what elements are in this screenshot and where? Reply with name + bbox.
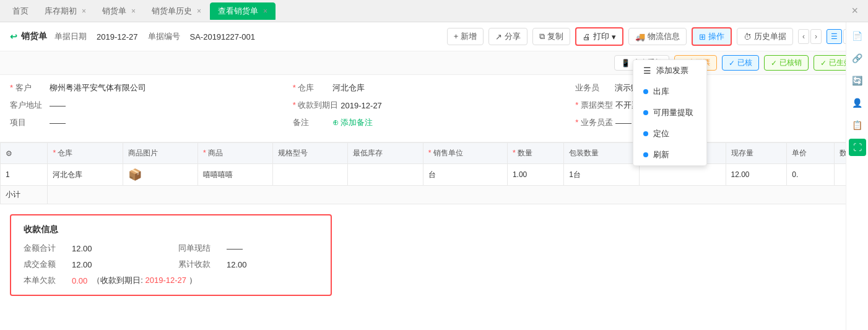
form-row-1: 客户 柳州粤港平安气体有限公司 仓库 河北仓库 业务员 演示账号 (10, 82, 858, 93)
dropdown-outbound[interactable]: 出库 (633, 81, 706, 102)
print-dropdown-icon: ▾ (612, 32, 616, 41)
add-invoice-label: 添加发票 (656, 65, 688, 76)
add-note-button[interactable]: ⊕ 添加备注 (332, 117, 373, 128)
dropdown-available-pickup[interactable]: 可用量提取 (633, 102, 706, 123)
available-pickup-label: 可用量提取 (653, 107, 693, 118)
next-button[interactable]: › (810, 29, 822, 44)
tab-sales-order[interactable]: 销货单 × (95, 2, 143, 20)
tab-view-sales[interactable]: 查看销货单 × (210, 2, 276, 20)
number-value: SA-20191227-001 (190, 32, 256, 41)
sidebar-icon-expand[interactable]: ⛶ (849, 139, 866, 156)
tab-view-sales-label: 查看销货单 (218, 6, 258, 17)
same-order-value: —— (227, 244, 243, 253)
total-value: 12.00 (72, 244, 92, 253)
sidebar-icon-user[interactable]: 👤 (849, 94, 866, 111)
form-row-3: 项目 —— 备注 ⊕ 添加备注 业务员孟 —— (10, 117, 858, 128)
cell-product: 嘻嘻嘻嘻 (197, 164, 272, 186)
refresh-label: 刷新 (653, 149, 669, 160)
history-button[interactable]: ⏱ 历史单据 (737, 28, 793, 45)
payment-date-label: 收款到期日 (293, 100, 339, 111)
subtotal-values (48, 186, 868, 204)
tab-bar: 首页 库存期初 × 销货单 × 销货单历史 × 查看销货单 × × (0, 0, 868, 22)
balance-label: 本单欠款 (24, 275, 67, 286)
tab-sales-history[interactable]: 销货单历史 × (144, 2, 209, 20)
tab-inventory-init[interactable]: 库存期初 × (37, 2, 93, 20)
dropdown-locate[interactable]: 定位 (633, 123, 706, 144)
tab-bar-close-button[interactable]: × (846, 4, 863, 17)
col-product: 商品 (197, 143, 272, 164)
col-price: 单价 (787, 143, 834, 164)
tab-history-close[interactable]: × (197, 7, 201, 15)
operations-dropdown: ☰ 添加发票 出库 可用量提取 定位 刷新 (633, 59, 707, 166)
salesperson2-field: 业务员孟 —— (575, 117, 858, 128)
cancel-button[interactable]: ✓ 已核销 (764, 55, 809, 71)
tab-sales-label: 销货单 (102, 6, 126, 17)
cumulative-row: 累计收款 12.00 (178, 259, 318, 270)
dropdown-add-invoice[interactable]: ☰ 添加发票 (633, 60, 706, 81)
cumulative-label: 累计收款 (178, 259, 222, 270)
col-pkg-qty: 包装数量 (564, 143, 639, 164)
salesperson2-label: 业务员孟 (575, 117, 613, 128)
verify-icon: ✓ (729, 59, 735, 67)
warehouse-value: 河北仓库 (332, 82, 365, 93)
transaction-label: 成交金额 (24, 259, 67, 270)
ticket-type-label: 票据类型 (575, 100, 613, 111)
cell-spec (273, 164, 348, 186)
tab-view-sales-close[interactable]: × (263, 7, 267, 15)
sidebar-icon-list[interactable]: 📋 (849, 116, 866, 134)
total-label: 金额合计 (24, 243, 67, 254)
print-button[interactable]: 🖨 打印 ▾ (575, 27, 623, 46)
new-button[interactable]: + 新增 (447, 28, 484, 45)
prev-button[interactable]: ‹ (798, 29, 809, 44)
outbound-label: 出库 (653, 86, 669, 97)
subtotal-row: 小计 (1, 186, 868, 204)
customer-value: 柳州粤港平安气体有限公司 (50, 82, 146, 93)
form-section: 客户 柳州粤港平安气体有限公司 仓库 河北仓库 业务员 演示账号 客户地址 —— (0, 75, 868, 142)
sidebar-icon-link[interactable]: 🔗 (849, 50, 866, 67)
cell-min-stock (348, 164, 423, 186)
tab-sales-close[interactable]: × (131, 7, 136, 15)
warehouse-label: 仓库 (293, 82, 330, 93)
form-row-2: 客户地址 —— 收款到期日 2019-12-27 票据类型 不开票 (10, 100, 858, 111)
share-button[interactable]: ↗ 分享 (488, 28, 527, 45)
verify-button[interactable]: ✓ 已核 (722, 55, 759, 71)
col-gear: ⚙ (1, 143, 48, 164)
copy-button[interactable]: ⧉ 复制 (532, 28, 570, 45)
customer-label: 客户 (10, 82, 47, 93)
print-icon: 🖨 (583, 32, 591, 41)
project-value: —— (50, 118, 66, 128)
gear-settings-icon[interactable]: ⚙ (6, 149, 12, 158)
outbound-dot-icon (643, 89, 648, 94)
balance-value: 0.00 (72, 276, 87, 285)
logistics-button[interactable]: 🚚 物流信息 (628, 28, 687, 45)
tab-inventory-label: 库存期初 (45, 6, 77, 17)
tab-home-label: 首页 (12, 6, 28, 17)
tab-home[interactable]: 首页 (5, 2, 36, 20)
locate-dot-icon (643, 131, 648, 136)
share-icon: ↗ (495, 32, 502, 41)
cell-index: 1 (1, 164, 48, 186)
tab-inventory-close[interactable]: × (82, 7, 86, 15)
cell-warehouse: 河北仓库 (48, 164, 123, 186)
doc-title-section: ↩ 销货单 (10, 31, 47, 42)
operations-button[interactable]: ⊞ 操作 (692, 27, 732, 46)
copy-icon: ⧉ (539, 32, 545, 41)
dropdown-refresh[interactable]: 刷新 (633, 144, 706, 165)
cell-price: 0. (787, 164, 834, 186)
col-spec: 规格型号 (273, 143, 348, 164)
doc-title-icon: ↩ (10, 32, 17, 41)
nav-arrows: ‹ › (798, 29, 822, 44)
doc-meta: 单据日期 2019-12-27 单据编号 SA-20191227-001 (54, 31, 255, 42)
table-row: 1 河北仓库 📦 嘻嘻嘻嘻 台 1.00 1台 12.00 0. (1, 164, 868, 186)
number-label: 单据编号 (148, 31, 180, 42)
sidebar-icon-doc[interactable]: 📄 (849, 27, 866, 45)
sidebar-icon-sync[interactable]: 🔄 (849, 72, 866, 89)
project-label: 项目 (10, 117, 47, 128)
history-icon: ⏱ (744, 32, 752, 41)
list-view-button[interactable]: ☰ (827, 29, 842, 44)
transaction-row: 成交金额 12.00 (24, 259, 163, 270)
date-value: 2019-12-27 (97, 32, 138, 41)
transaction-value: 12.00 (72, 260, 92, 269)
doc-title-text: 销货单 (21, 31, 47, 42)
product-table-wrapper: ⚙ 仓库 商品图片 商品 规格型号 最低库存 销售单位 数量 包装数量 可用量（… (0, 142, 868, 204)
